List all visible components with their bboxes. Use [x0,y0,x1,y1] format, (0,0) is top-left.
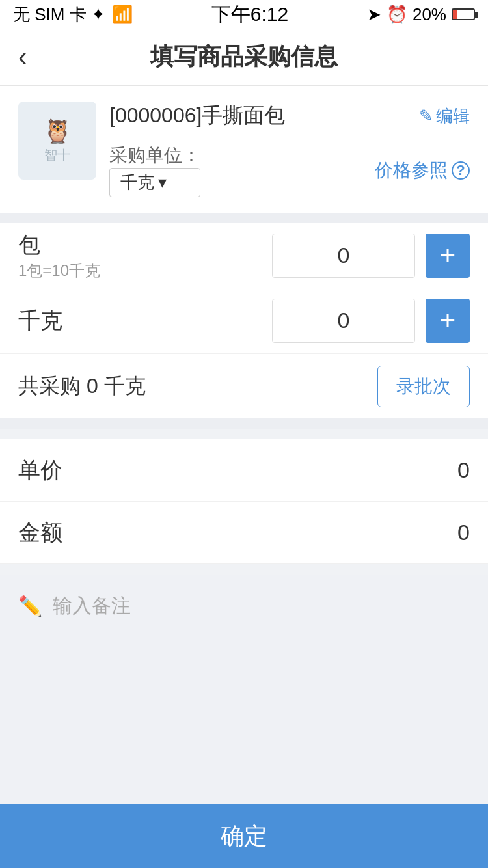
price-info-section: 单价 0 金额 0 [0,439,488,564]
unit-row: 采购单位： 千克 ▾ 价格参照 ? [109,143,470,197]
amount-value: 0 [457,520,470,545]
sim-label: 无 SIM 卡 ✦ [13,3,105,26]
pencil-icon: ✏️ [18,595,42,617]
bao-input-row: 包 1包=10千克 + [0,223,488,288]
nav-bar: ‹ 填写商品采购信息 [0,29,488,86]
kg-plus-button[interactable]: + [426,299,470,343]
status-right: ➤ ⏰ 20% [367,5,475,25]
separator-1 [0,213,488,223]
edit-icon: ✎ [419,106,433,126]
battery-level: 20% [413,5,446,25]
back-button[interactable]: ‹ [18,42,27,72]
unit-select[interactable]: 千克 ▾ [109,168,200,197]
product-thumbnail: 🦉 智十 [18,102,96,180]
confirm-bar[interactable]: 确定 [0,804,488,868]
product-name-row: [0000006]手撕面包 ✎ 编辑 [109,102,470,130]
logo-text: 智十 [44,146,70,164]
help-icon: ? [452,161,470,180]
kg-label-group: 千克 [18,306,122,336]
unit-label: 采购单位： 千克 ▾ [109,143,200,197]
note-section[interactable]: ✏️ 输入备注 [0,575,488,638]
status-bar: 无 SIM 卡 ✦ 📶 下午6:12 ➤ ⏰ 20% [0,0,488,29]
unit-price-label: 单价 [18,455,62,485]
alarm-icon: ⏰ [386,5,407,25]
dropdown-icon: ▾ [158,172,167,193]
product-info: [0000006]手撕面包 ✎ 编辑 采购单位： 千克 ▾ 价格参照 ? [109,102,470,197]
total-label: 共采购 0 千克 [18,372,146,401]
total-row: 共采购 0 千克 录批次 [0,353,488,418]
input-section: 包 1包=10千克 + 千克 + 共采购 0 千克 录批次 [0,223,488,418]
separator-2 [0,418,488,429]
product-name: [0000006]手撕面包 [109,102,285,130]
kg-field: + [122,299,470,343]
price-ref-button[interactable]: 价格参照 ? [375,158,470,183]
price-ref-label: 价格参照 [375,158,448,183]
amount-label: 金额 [18,518,62,548]
bao-plus-button[interactable]: + [426,234,470,278]
record-batch-button[interactable]: 录批次 [377,366,470,407]
edit-button[interactable]: ✎ 编辑 [419,105,470,128]
bao-sublabel: 1包=10千克 [18,260,122,281]
bao-label: 包 [18,230,122,260]
bao-quantity-input[interactable] [272,234,415,278]
unit-price-value: 0 [457,457,470,483]
owl-icon: 🦉 [43,118,72,145]
status-left: 无 SIM 卡 ✦ 📶 [13,3,133,26]
kg-label: 千克 [18,306,122,336]
location-icon: ➤ [367,5,381,25]
page-title: 填写商品采购信息 [150,41,338,73]
product-card: 🦉 智十 [0000006]手撕面包 ✎ 编辑 采购单位： 千克 ▾ 价格参照 … [0,86,488,213]
unit-price-row: 单价 0 [0,439,488,502]
confirm-label: 确定 [221,821,267,852]
unit-value: 千克 [120,171,154,194]
note-placeholder: 输入备注 [53,593,131,619]
edit-label: 编辑 [436,105,470,128]
battery-icon [452,8,475,20]
kg-quantity-input[interactable] [272,299,415,343]
amount-row: 金额 0 [0,502,488,564]
bao-label-group: 包 1包=10千克 [18,230,122,281]
status-time: 下午6:12 [211,1,288,28]
bao-field: + [122,234,470,278]
product-logo: 🦉 智十 [31,121,83,160]
kg-input-row: 千克 + [0,288,488,353]
wifi-icon: 📶 [112,5,133,25]
